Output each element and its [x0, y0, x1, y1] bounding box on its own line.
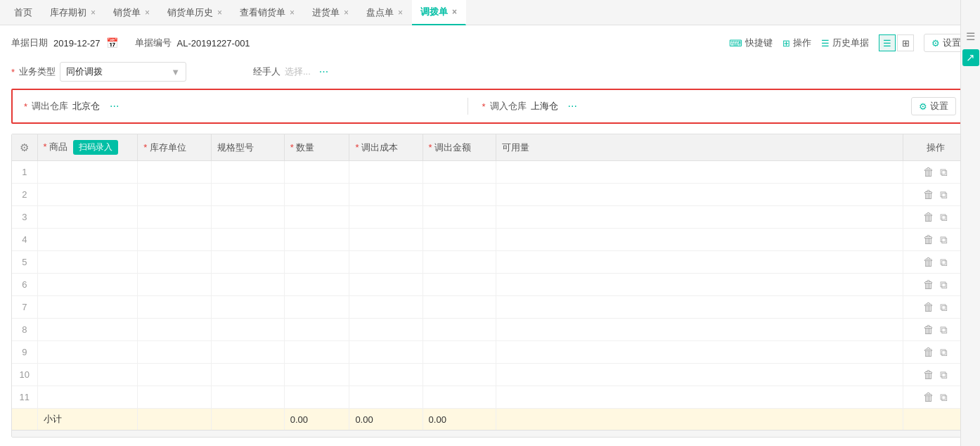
table-cell[interactable] — [423, 206, 496, 229]
table-cell[interactable] — [211, 274, 284, 296]
table-cell[interactable] — [211, 296, 284, 319]
tab-sales-order[interactable]: 销货单 × — [105, 0, 159, 25]
table-cell[interactable] — [37, 296, 138, 319]
table-cell[interactable] — [423, 184, 496, 206]
tab-purchase-order[interactable]: 进货单 × — [304, 0, 358, 25]
table-cell[interactable] — [37, 274, 138, 296]
table-cell[interactable] — [37, 386, 138, 409]
table-cell[interactable] — [284, 319, 349, 341]
table-cell[interactable] — [349, 341, 423, 364]
table-cell[interactable] — [138, 296, 211, 319]
table-cell[interactable] — [284, 161, 349, 184]
table-cell[interactable] — [496, 319, 903, 341]
table-cell[interactable] — [211, 386, 284, 409]
table-cell[interactable] — [284, 341, 349, 364]
table-cell[interactable] — [37, 206, 138, 229]
table-cell[interactable] — [349, 364, 423, 386]
sidebar-export-icon[interactable]: ↗ — [962, 49, 979, 66]
shortcut-button[interactable]: ⌨ 快捷键 — [729, 37, 773, 49]
table-cell[interactable] — [138, 386, 211, 409]
copy-row-icon[interactable]: ⧉ — [940, 166, 948, 179]
calendar-icon[interactable]: 📅 — [106, 37, 118, 49]
delete-row-icon[interactable]: 🗑 — [923, 279, 934, 291]
table-cell[interactable] — [211, 319, 284, 341]
scan-input-button[interactable]: 扫码录入 — [73, 140, 118, 155]
tab-inventory-count[interactable]: 盘点单 × — [358, 0, 412, 25]
out-warehouse-more-icon[interactable]: ··· — [110, 100, 119, 113]
table-cell[interactable] — [211, 184, 284, 206]
table-cell[interactable] — [138, 319, 211, 341]
table-cell[interactable] — [284, 386, 349, 409]
table-cell[interactable] — [496, 386, 903, 409]
delete-row-icon[interactable]: 🗑 — [923, 346, 934, 359]
table-cell[interactable] — [349, 184, 423, 206]
delete-row-icon[interactable]: 🗑 — [923, 256, 934, 269]
copy-row-icon[interactable]: ⧉ — [940, 391, 948, 404]
table-cell[interactable] — [349, 386, 423, 409]
table-cell[interactable] — [138, 184, 211, 206]
table-cell[interactable] — [284, 206, 349, 229]
table-cell[interactable] — [37, 184, 138, 206]
table-cell[interactable] — [37, 341, 138, 364]
table-cell[interactable] — [496, 184, 903, 206]
table-cell[interactable] — [349, 296, 423, 319]
table-cell[interactable] — [423, 274, 496, 296]
in-warehouse-more-icon[interactable]: ··· — [568, 100, 577, 113]
person-placeholder[interactable]: 选择... — [285, 65, 311, 78]
person-more-icon[interactable]: ··· — [319, 65, 328, 78]
table-cell[interactable] — [37, 161, 138, 184]
delete-row-icon[interactable]: 🗑 — [923, 391, 934, 404]
table-cell[interactable] — [349, 274, 423, 296]
tab-view-sales[interactable]: 查看销货单 × — [231, 0, 304, 25]
table-cell[interactable] — [496, 229, 903, 251]
table-cell[interactable] — [211, 364, 284, 386]
business-type-select[interactable]: 同价调拨 ▼ — [60, 62, 186, 82]
table-gear-icon[interactable]: ⚙ — [20, 141, 29, 153]
copy-row-icon[interactable]: ⧉ — [940, 324, 948, 336]
tab-transfer-order[interactable]: 调拨单 × — [412, 0, 466, 25]
horizontal-scrollbar[interactable] — [12, 430, 968, 437]
table-cell[interactable] — [37, 364, 138, 386]
table-cell[interactable] — [211, 206, 284, 229]
tab-home[interactable]: 首页 — [6, 0, 41, 25]
close-icon[interactable]: × — [344, 8, 349, 18]
operation-button[interactable]: ⊞ 操作 — [782, 37, 811, 49]
close-icon[interactable]: × — [91, 8, 96, 18]
view-list-button[interactable]: ☰ — [879, 34, 896, 51]
delete-row-icon[interactable]: 🗑 — [923, 211, 934, 224]
table-cell[interactable] — [138, 341, 211, 364]
table-cell[interactable] — [211, 251, 284, 274]
table-cell[interactable] — [423, 364, 496, 386]
copy-row-icon[interactable]: ⧉ — [940, 234, 948, 246]
history-button[interactable]: ☰ 历史单据 — [821, 37, 869, 49]
table-cell[interactable] — [423, 386, 496, 409]
table-cell[interactable] — [284, 364, 349, 386]
close-icon[interactable]: × — [452, 7, 457, 17]
table-cell[interactable] — [423, 296, 496, 319]
table-cell[interactable] — [138, 161, 211, 184]
tab-sales-history[interactable]: 销货单历史 × — [159, 0, 231, 25]
table-cell[interactable] — [349, 251, 423, 274]
table-cell[interactable] — [496, 274, 903, 296]
copy-row-icon[interactable]: ⧉ — [940, 346, 948, 359]
table-cell[interactable] — [138, 229, 211, 251]
delete-row-icon[interactable]: 🗑 — [923, 324, 934, 336]
table-cell[interactable] — [284, 229, 349, 251]
table-cell[interactable] — [211, 161, 284, 184]
table-cell[interactable] — [349, 161, 423, 184]
delete-row-icon[interactable]: 🗑 — [923, 234, 934, 246]
table-cell[interactable] — [496, 206, 903, 229]
copy-row-icon[interactable]: ⧉ — [940, 189, 948, 201]
table-cell[interactable] — [349, 319, 423, 341]
table-cell[interactable] — [423, 251, 496, 274]
table-cell[interactable] — [37, 229, 138, 251]
view-grid-button[interactable]: ⊞ — [897, 34, 914, 51]
copy-row-icon[interactable]: ⧉ — [940, 279, 948, 291]
sidebar-list-icon[interactable]: ☰ — [962, 28, 979, 45]
copy-row-icon[interactable]: ⧉ — [940, 211, 948, 224]
delete-row-icon[interactable]: 🗑 — [923, 369, 934, 381]
table-cell[interactable] — [496, 296, 903, 319]
table-scroll[interactable]: ⚙ * 商品 扫码录入 * 库存单位 规格型号 — [12, 134, 968, 430]
table-cell[interactable] — [349, 229, 423, 251]
table-cell[interactable] — [37, 251, 138, 274]
